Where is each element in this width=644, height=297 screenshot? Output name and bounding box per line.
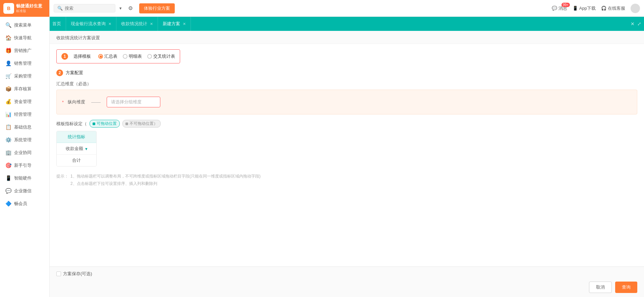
sidebar: B 畅捷通好生意 标准版 🔍 搜索菜单 🏠 快速导航 🎁 营销推广 👤 销售管理… <box>0 0 50 297</box>
message-icon: 💬 <box>552 6 557 11</box>
avatar[interactable] <box>631 4 640 13</box>
sidebar-item-basic-info[interactable]: 📋 基础信息 <box>0 121 49 134</box>
topbar-right: 💬 消息 99+ 📱 App下载 🎧 在线客服 <box>552 4 640 13</box>
app-download-btn[interactable]: 📱 App下载 <box>573 5 596 11</box>
search-menu-icon: 🔍 <box>5 22 11 28</box>
metrics-setting: 模板指标设定（ 可拖动位置 不可拖动位置） 统计 <box>56 120 637 167</box>
tab-bank-flow-label: 现金银行流水查询 <box>71 21 106 27</box>
step2-header: 2 方案配置 <box>56 69 637 76</box>
step2-badge: 2 <box>56 69 63 76</box>
service-label: 在线客服 <box>608 5 625 11</box>
groupby-dimension-select[interactable]: 请选择分组维度 <box>107 97 160 107</box>
sidebar-item-label: 资金管理 <box>14 99 32 105</box>
step2-section: 2 方案配置 汇总维度（必选） * 纵向维度 —— 请选择分组维度 <box>56 69 637 187</box>
message-btn[interactable]: 💬 消息 99+ <box>552 5 567 11</box>
radio-detail[interactable]: 明细表 <box>123 53 142 59</box>
radio-summary[interactable]: 汇总表 <box>98 53 117 59</box>
app-icon: 📱 <box>573 6 578 11</box>
sidebar-item-quick-nav[interactable]: 🏠 快速导航 <box>0 32 49 44</box>
sidebar-item-system[interactable]: ⚙️ 系统管理 <box>0 134 49 146</box>
tabbar-actions: ✕ ⤢ <box>631 21 641 27</box>
sidebar-item-operation[interactable]: 📊 经营管理 <box>0 108 49 121</box>
main-area: 🔍 ▾ ⚙ 体验行业方案 💬 消息 99+ 📱 App下载 🎧 在线客服 <box>50 0 644 297</box>
sidebar-item-label: 系统管理 <box>14 137 32 143</box>
step1-label: 选择模板 <box>73 53 91 59</box>
sidebar-item-label: 基础信息 <box>14 124 32 130</box>
sidebar-item-label: 智能硬件 <box>14 175 32 181</box>
bottom-bar: 方案保存(可选) 取消 查询 <box>50 266 644 297</box>
collection-amount-dropdown[interactable]: ▾ <box>85 146 88 151</box>
sidebar-item-label: 销售管理 <box>14 60 32 66</box>
sidebar-item-sales[interactable]: 👤 销售管理 <box>0 57 49 70</box>
dimension-label: 汇总维度（必选） <box>56 81 637 87</box>
chat-icon: 💬 <box>5 188 11 194</box>
sidebar-logo: B 畅捷通好生意 标准版 <box>0 0 49 17</box>
sidebar-item-label: 畅会员 <box>14 201 27 207</box>
content-area: 收款情况统计方案设置 1 选择模板 汇总表 <box>50 31 644 297</box>
dimension-area: * 纵向维度 —— 请选择分组维度 <box>56 90 637 114</box>
settings-icon[interactable]: ⚙ <box>126 4 135 13</box>
sidebar-item-search-menu[interactable]: 🔍 搜索菜单 <box>0 19 49 32</box>
cart-icon: 🛒 <box>5 73 11 79</box>
sidebar-item-purchase[interactable]: 🛒 采购管理 <box>0 70 49 83</box>
sidebar-item-inventory[interactable]: 📦 库存核算 <box>0 83 49 95</box>
sidebar-item-label: 经营管理 <box>14 111 32 117</box>
step1-badge: 1 <box>61 53 68 60</box>
tabbar: 首页 现金银行流水查询 ✕ 收款情况统计 ✕ 新建方案 ✕ ✕ ⤢ <box>50 17 644 31</box>
sidebar-item-hardware[interactable]: 📱 智能硬件 <box>0 172 49 185</box>
required-mark: * <box>62 100 64 105</box>
clipboard-icon: 📋 <box>5 124 11 130</box>
tab-bank-flow[interactable]: 现金银行流水查询 ✕ <box>66 17 116 31</box>
sidebar-item-label: 采购管理 <box>14 73 32 79</box>
radio-summary-dot <box>100 55 102 58</box>
sidebar-item-member[interactable]: 🔷 畅会员 <box>0 197 49 210</box>
gear-icon: ⚙️ <box>5 137 11 143</box>
arrow-icon: —— <box>91 99 101 105</box>
tab-home[interactable]: 首页 <box>52 17 66 31</box>
no-move-tag: 不可拖动位置） <box>122 120 161 128</box>
tab-maximize-btn[interactable]: ⤢ <box>637 21 641 27</box>
sidebar-item-label: 快速导航 <box>14 35 32 41</box>
service-btn[interactable]: 🎧 在线客服 <box>601 5 625 11</box>
tab-collection-stat[interactable]: 收款情况统计 ✕ <box>116 17 158 31</box>
sidebar-item-marketing[interactable]: 🎁 营销推广 <box>0 44 49 57</box>
gift-icon: 🎁 <box>5 48 11 54</box>
query-button[interactable]: 查询 <box>615 282 637 293</box>
search-input[interactable] <box>65 6 112 11</box>
tab-new-plan[interactable]: 新建方案 ✕ <box>158 17 191 31</box>
vertical-label: 纵向维度 <box>68 99 85 105</box>
cancel-button[interactable]: 取消 <box>589 282 612 293</box>
tab-collection-stat-close[interactable]: ✕ <box>150 22 153 26</box>
tab-new-plan-close[interactable]: ✕ <box>183 22 186 26</box>
search-box[interactable]: 🔍 <box>54 4 115 12</box>
tip-text-2: 2、点击标题栏下拉可设置排序、插入列和删除列 <box>70 180 157 188</box>
movable-indicator <box>93 122 95 125</box>
sidebar-item-label: 新手引导 <box>14 162 32 168</box>
sidebar-item-wechat[interactable]: 💬 企业微信 <box>0 185 49 197</box>
save-checkbox[interactable] <box>56 271 61 276</box>
device-icon: 📱 <box>5 175 11 181</box>
tab-home-label: 首页 <box>52 21 61 27</box>
tip-line-2: 提示： 2、点击标题栏下拉可设置排序、插入列和删除列 <box>56 180 637 188</box>
radio-cross-circle <box>147 54 152 59</box>
metrics-cell-collection-amount: 收款金额 ▾ <box>57 143 96 155</box>
tip-line-1: 提示： 1、拖动标题栏可以调整布局，不可跨维度或指标区域拖动栏目字段(只能在同一… <box>56 173 637 180</box>
sidebar-item-guide[interactable]: 🎯 新手引导 <box>0 159 49 172</box>
tab-close-window-btn[interactable]: ✕ <box>631 21 635 27</box>
search-dropdown-icon[interactable]: ▾ <box>119 6 122 11</box>
industry-btn[interactable]: 体验行业方案 <box>139 3 175 13</box>
home-icon: 🏠 <box>5 35 11 41</box>
radio-cross[interactable]: 交叉统计表 <box>147 53 175 59</box>
app-label: App下载 <box>579 5 596 11</box>
sidebar-item-label: 企业协同 <box>14 150 32 156</box>
tab-bank-flow-close[interactable]: ✕ <box>108 22 111 26</box>
metrics-cell-total: 合计 <box>57 155 96 166</box>
sidebar-item-enterprise[interactable]: 🏢 企业协同 <box>0 146 49 159</box>
save-label: 方案保存(可选) <box>63 271 92 277</box>
metrics-col-header: 统计指标 <box>57 131 96 143</box>
step1-section: 1 选择模板 汇总表 明细表 <box>56 49 637 63</box>
sidebar-item-finance[interactable]: 💰 资金管理 <box>0 95 49 108</box>
breadcrumb: 收款情况统计方案设置 <box>50 31 644 44</box>
dimension-row: * 纵向维度 —— 请选择分组维度 <box>62 97 632 107</box>
building-icon: 🏢 <box>5 150 11 156</box>
